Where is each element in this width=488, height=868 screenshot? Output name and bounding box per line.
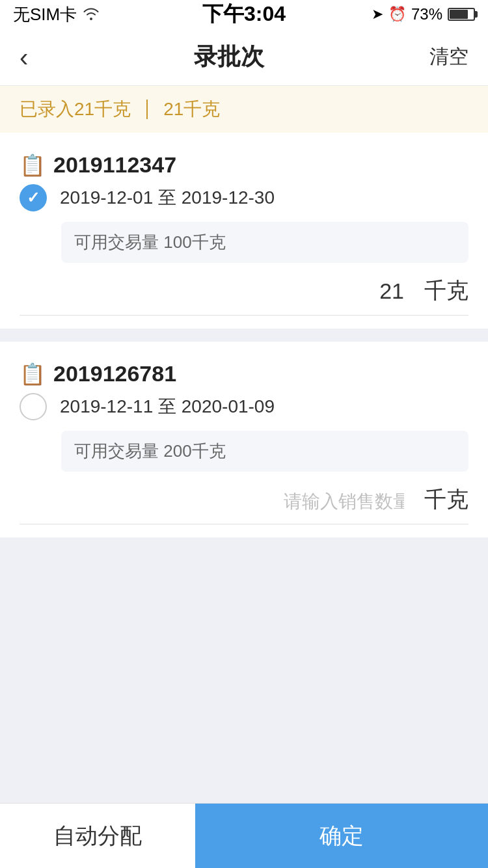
- status-carrier: 无SIM卡: [13, 3, 100, 26]
- batch-header-1: 📋 2019112347: [20, 152, 468, 178]
- batch-unit-2: 千克: [424, 485, 468, 515]
- batch-header-2: 📋 2019126781: [20, 361, 468, 387]
- batch-input-row-1: 千克: [20, 276, 468, 316]
- battery-icon: [448, 8, 475, 21]
- batch-date-2: 2019-12-11 至 2020-01-09: [60, 394, 275, 419]
- batch-quantity-input-1[interactable]: [284, 278, 414, 304]
- batch-item-2: 📋 2019126781 2019-12-11 至 2020-01-09 可用交…: [0, 342, 488, 537]
- status-icons: ➤ ⏰ 73%: [372, 5, 475, 23]
- batch-date-1: 2019-12-01 至 2019-12-30: [60, 185, 275, 210]
- batch-qty-1: 可用交易量 100千克: [61, 222, 468, 263]
- batch-list: 📋 2019112347 2019-12-01 至 2019-12-30 可用交…: [0, 133, 488, 537]
- info-label: 已录入21千克: [20, 97, 131, 122]
- info-divider: [146, 100, 148, 119]
- batch-doc-icon-2: 📋: [20, 362, 46, 387]
- batch-unit-1: 千克: [424, 276, 468, 306]
- batch-doc-icon-1: 📋: [20, 153, 46, 178]
- info-value: 21千克: [163, 97, 220, 122]
- bottom-bar: 自动分配 确定: [0, 803, 488, 868]
- battery-percent: 73%: [411, 5, 442, 23]
- batch-date-row-1: 2019-12-01 至 2019-12-30: [20, 184, 468, 211]
- back-button[interactable]: ‹: [20, 44, 28, 70]
- confirm-button[interactable]: 确定: [195, 804, 488, 868]
- status-time: 下午3:04: [202, 0, 286, 29]
- batch-id-1: 2019112347: [53, 152, 176, 178]
- clear-button[interactable]: 清空: [429, 44, 468, 70]
- empty-area: [0, 537, 488, 837]
- wifi-icon: [82, 5, 100, 25]
- batch-quantity-input-2[interactable]: [284, 487, 414, 513]
- batch-id-2: 2019126781: [53, 361, 176, 387]
- batch-input-row-2: 千克: [20, 485, 468, 524]
- alarm-icon: ⏰: [388, 6, 406, 23]
- info-banner: 已录入21千克 21千克: [0, 86, 488, 133]
- batch-radio-2[interactable]: [20, 393, 47, 420]
- section-separator-1: [0, 329, 488, 342]
- auto-distribute-button[interactable]: 自动分配: [0, 804, 195, 868]
- batch-date-row-2: 2019-12-11 至 2020-01-09: [20, 393, 468, 420]
- status-bar: 无SIM卡 下午3:04 ➤ ⏰ 73%: [0, 0, 488, 29]
- batch-item-1: 📋 2019112347 2019-12-01 至 2019-12-30 可用交…: [0, 133, 488, 329]
- location-icon: ➤: [372, 6, 383, 23]
- batch-radio-1[interactable]: [20, 184, 47, 211]
- page-title: 录批次: [194, 41, 264, 73]
- batch-qty-2: 可用交易量 200千克: [61, 431, 468, 472]
- carrier-text: 无SIM卡: [13, 3, 77, 26]
- nav-bar: ‹ 录批次 清空: [0, 29, 488, 86]
